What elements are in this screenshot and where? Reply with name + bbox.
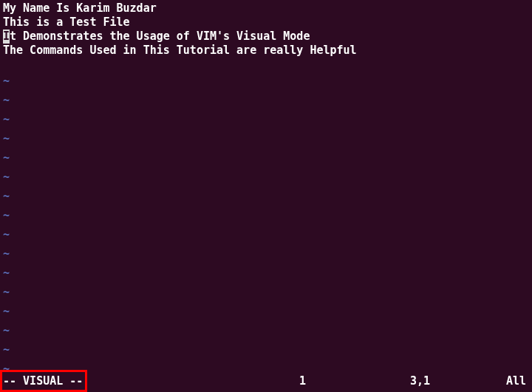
cursor: I [3,30,10,44]
tilde-marker: ~ [3,324,10,337]
tilde-marker: ~ [3,190,10,203]
cursor-position: 3,1 [410,374,506,388]
status-count: 1 [299,374,410,388]
status-spacer [83,374,299,388]
tilde-marker: ~ [3,286,10,299]
editor-area[interactable]: My Name Is Karim Buzdar This is a Test F… [0,0,532,380]
buffer-line: My Name Is Karim Buzdar [3,1,529,16]
buffer-line: The Commands Used in This Tutorial are r… [3,44,529,58]
tilde-marker: ~ [3,132,10,145]
buffer-line-text: t Demonstrates the Usage of VIM's Visual… [10,30,310,43]
status-bar: -- VISUAL -- 1 3,1 All [0,374,532,388]
tilde-marker: ~ [3,75,10,88]
scroll-indicator: All [506,374,529,388]
tilde-marker: ~ [3,209,10,222]
tilde-marker: ~ [3,151,10,165]
tilde-marker: ~ [3,94,10,107]
tilde-marker: ~ [3,247,10,261]
tilde-marker: ~ [3,305,10,318]
buffer-line: This is a Test File [3,16,529,30]
buffer-line: It Demonstrates the Usage of VIM's Visua… [3,30,529,44]
tilde-marker: ~ [3,171,10,184]
mode-indicator: -- VISUAL -- [3,374,83,388]
tilde-marker: ~ [3,228,10,241]
tilde-marker: ~ [3,343,10,357]
tilde-marker: ~ [3,267,10,280]
blank-line [3,58,529,72]
tilde-marker: ~ [3,113,10,126]
